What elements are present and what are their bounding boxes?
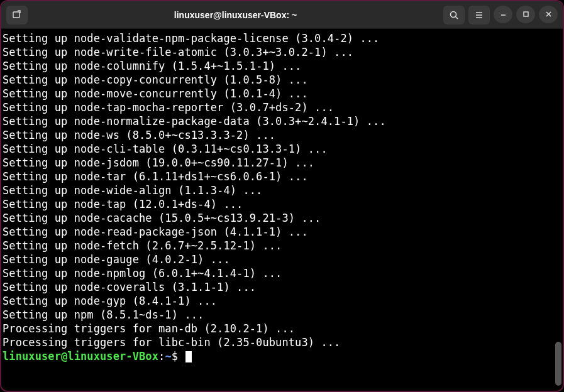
terminal-output-line: Setting up node-tar (6.1.11+ds1+~cs6.0.6… [3, 170, 561, 183]
maximize-icon [523, 11, 529, 18]
terminal-output-line: Setting up node-move-concurrently (1.0.1… [3, 87, 561, 101]
terminal-output-line: Setting up node-columnify (1.5.4+~1.5.1-… [3, 59, 561, 73]
terminal-output-line: Setting up node-copy-concurrently (1.0.5… [3, 73, 561, 87]
svg-rect-0 [13, 12, 19, 18]
svg-point-1 [451, 11, 456, 17]
terminal-output-line: Setting up node-gauge (4.0.2-1) ... [3, 253, 561, 266]
prompt-path: ~ [165, 350, 171, 362]
prompt-line: linuxuser@linuxuser-VBox:~$ [3, 349, 561, 363]
svg-line-2 [456, 16, 458, 19]
terminal-output-line: Setting up node-tap-mocha-reporter (3.0.… [3, 101, 561, 114]
terminal-output-area[interactable]: Setting up node-validate-npm-package-lic… [1, 29, 563, 391]
terminal-output-line: Setting up node-cli-table (0.3.11+~cs0.1… [3, 142, 561, 156]
prompt-user-host: linuxuser@linuxuser-VBox [3, 350, 158, 362]
maximize-button[interactable] [516, 6, 535, 23]
terminal-output-line: Setting up npm (8.5.1~ds-1) ... [3, 308, 561, 322]
minimize-icon [500, 11, 507, 18]
search-button[interactable] [443, 6, 465, 24]
prompt-symbol: $ [172, 350, 178, 362]
menu-button[interactable] [468, 6, 490, 24]
terminal-output-line: Setting up node-read-package-json (4.1.1… [3, 225, 561, 239]
terminal-output-line: Setting up node-gyp (8.4.1-1) ... [3, 294, 561, 308]
terminal-output-line: Setting up node-validate-npm-package-lic… [3, 31, 561, 45]
search-icon [449, 10, 459, 20]
hamburger-icon [474, 10, 484, 20]
terminal-output-line: Processing triggers for libc-bin (2.35-0… [3, 335, 561, 349]
terminal-output-line: Setting up node-write-file-atomic (3.0.3… [3, 45, 561, 59]
window-titlebar: linuxuser@linuxuser-VBox: ~ [1, 1, 563, 29]
terminal-output-line: Setting up node-tap (12.0.1+ds-4) ... [3, 197, 561, 211]
minimize-button[interactable] [494, 6, 512, 23]
terminal-output-line: Setting up node-jsdom (19.0.0+~cs90.11.2… [3, 156, 561, 170]
scrollbar-thumb[interactable] [555, 342, 561, 386]
terminal-output-line: Processing triggers for man-db (2.10.2-1… [3, 322, 561, 335]
terminal-output-line: Setting up node-ws (8.5.0+~cs13.3.3-2) .… [3, 128, 561, 142]
terminal-output-line: Setting up node-coveralls (3.1.1-1) ... [3, 280, 561, 294]
terminal-output-line: Setting up node-wide-align (1.1.3-4) ... [3, 183, 561, 197]
terminal-cursor [185, 351, 192, 362]
close-icon [545, 11, 552, 18]
terminal-output-line: Setting up node-npmlog (6.0.1+~4.1.4-1) … [3, 266, 561, 280]
svg-rect-7 [524, 12, 528, 16]
terminal-output-line: Setting up node-cacache (15.0.5+~cs13.9.… [3, 211, 561, 225]
close-button[interactable] [539, 6, 558, 23]
terminal-output-line: Setting up node-normalize-package-data (… [3, 114, 561, 128]
prompt-separator: : [158, 350, 165, 362]
terminal-output-line: Setting up node-fetch (2.6.7+~2.5.12-1) … [3, 239, 561, 253]
new-tab-icon [12, 10, 22, 20]
window-title: linuxuser@linuxuser-VBox: ~ [31, 10, 440, 20]
new-tab-button[interactable] [6, 6, 28, 24]
